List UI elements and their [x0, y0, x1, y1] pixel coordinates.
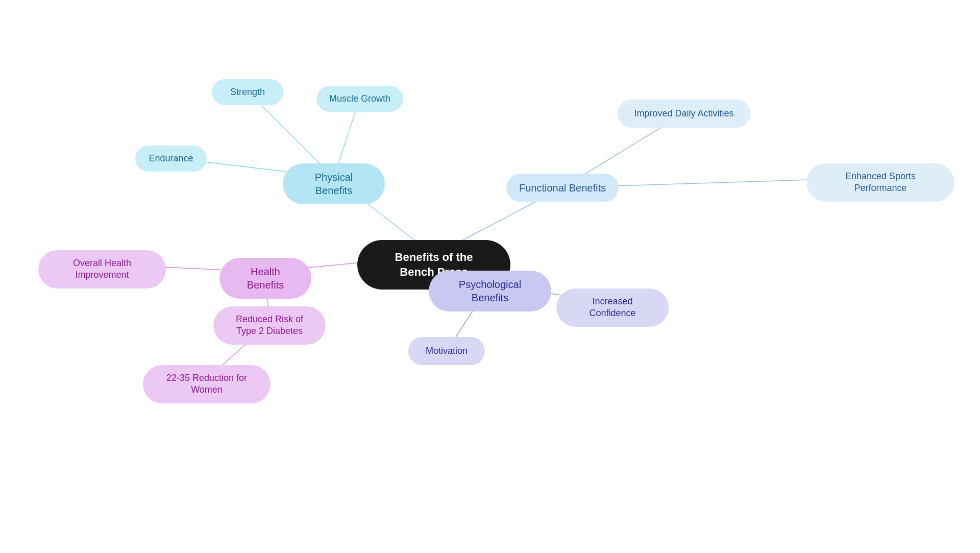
motivation-node[interactable]: Motivation	[408, 337, 485, 365]
psych-label: Psychological Benefits	[441, 278, 539, 304]
physical-label: Physical Benefits	[295, 171, 373, 197]
functional-benefits-node[interactable]: Functional Benefits	[506, 174, 619, 202]
overall-health-node[interactable]: Overall Health Improvement	[38, 250, 166, 288]
reduction-women-label: 22-35 Reduction for Women	[155, 372, 258, 396]
muscle-growth-label: Muscle Growth	[329, 93, 390, 105]
increased-confidence-node[interactable]: Increased Confidence	[556, 288, 669, 327]
improved-daily-label: Improved Daily Activities	[634, 108, 733, 119]
reduced-risk-node[interactable]: Reduced Risk of Type 2 Diabetes	[213, 306, 326, 345]
enhanced-sports-label: Enhanced Sports Performance	[819, 171, 942, 195]
motivation-label: Motivation	[426, 345, 468, 357]
health-benefits-node[interactable]: Health Benefits	[219, 258, 311, 299]
psych-benefits-node[interactable]: Psychological Benefits	[429, 271, 551, 311]
strength-label: Strength	[230, 86, 265, 98]
health-label: Health Benefits	[232, 265, 299, 292]
increased-confidence-label: Increased Confidence	[569, 296, 656, 320]
reduction-women-node[interactable]: 22-35 Reduction for Women	[143, 365, 271, 403]
physical-benefits-node[interactable]: Physical Benefits	[283, 163, 385, 204]
improved-daily-node[interactable]: Improved Daily Activities	[618, 100, 750, 128]
functional-label: Functional Benefits	[519, 181, 606, 195]
endurance-label: Endurance	[149, 153, 193, 164]
endurance-node[interactable]: Endurance	[135, 146, 207, 172]
reduced-risk-label: Reduced Risk of Type 2 Diabetes	[226, 314, 313, 338]
enhanced-sports-node[interactable]: Enhanced Sports Performance	[806, 163, 954, 202]
strength-node[interactable]: Strength	[212, 79, 283, 105]
overall-health-label: Overall Health Improvement	[51, 257, 154, 281]
muscle-growth-node[interactable]: Muscle Growth	[316, 86, 403, 112]
